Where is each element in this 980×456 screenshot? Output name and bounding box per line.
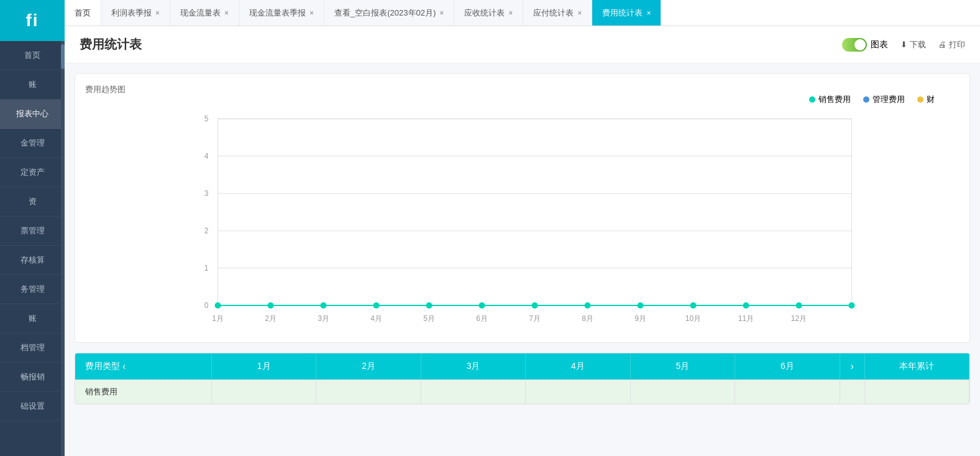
cell-ytd (865, 380, 969, 404)
tab-cashflow-q[interactable]: 现金流量表季报 × (239, 0, 324, 26)
tab-home[interactable]: 首页 (65, 0, 101, 26)
svg-text:5月: 5月 (423, 314, 435, 323)
sidebar-item-archives[interactable]: 档管理 (0, 333, 65, 363)
svg-point-15 (321, 302, 327, 309)
tab-blank-report[interactable]: 查看_空白报表(2023年02月) × (324, 0, 454, 26)
col-month-6: 6月 (735, 353, 840, 379)
svg-text:6月: 6月 (476, 314, 488, 323)
svg-point-14 (268, 302, 274, 309)
close-tab-blank[interactable]: × (439, 9, 444, 17)
svg-point-23 (743, 302, 749, 309)
tab-receivable[interactable]: 应收统计表 × (454, 0, 523, 26)
tab-bar: 首页 利润表季报 × 现金流量表 × 现金流量表季报 × 查看_空白报表(202… (65, 0, 980, 26)
table-header: 费用类型 ‹ 1月 2月 3月 4月 5月 (75, 353, 969, 379)
download-icon: ⬇ (900, 40, 907, 49)
col-month-1: 1月 (212, 353, 316, 379)
chart-toggle[interactable] (842, 38, 867, 52)
download-button[interactable]: ⬇ 下载 (900, 39, 926, 50)
sidebar-item-invoices[interactable]: 票管理 (0, 216, 65, 246)
cell-m5 (631, 380, 735, 404)
cell-m4 (526, 380, 630, 404)
sidebar-item-ledger[interactable]: 账 (0, 304, 65, 333)
sidebar-item-reports[interactable]: 报表中心 (0, 100, 65, 129)
svg-text:8月: 8月 (582, 314, 593, 323)
svg-point-25 (849, 302, 855, 309)
col-type: 费用类型 ‹ (75, 353, 212, 379)
tab-expense[interactable]: 费用统计表 × (592, 0, 661, 26)
nav-prev-arrow[interactable]: ‹ (120, 361, 128, 372)
tab-cashflow[interactable]: 现金流量表 × (170, 0, 239, 26)
sidebar-scrollbar[interactable] (61, 41, 65, 456)
sidebar-logo: fi (0, 0, 65, 41)
cell-m1 (212, 380, 316, 404)
sidebar-item-inventory[interactable]: 存核算 (0, 246, 65, 275)
sidebar-item-assets[interactable]: 定资产 (0, 158, 65, 187)
col-month-3: 3月 (421, 353, 526, 379)
sidebar-item-service[interactable]: 务管理 (0, 275, 65, 304)
print-icon: 🖨 (938, 40, 946, 49)
svg-text:2月: 2月 (265, 314, 277, 323)
svg-point-18 (479, 302, 485, 309)
sidebar-item-capital[interactable]: 资 (0, 187, 65, 216)
svg-point-21 (638, 302, 644, 309)
sidebar-item-expense[interactable]: 畅报销 (0, 363, 65, 392)
sidebar-item-home[interactable]: 首页 (0, 41, 65, 70)
sidebar-item-settings[interactable]: 础设置 (0, 392, 65, 421)
svg-text:9月: 9月 (634, 314, 646, 323)
close-tab-cashflow[interactable]: × (224, 9, 229, 17)
sidebar: fi 首页 账 报表中心 金管理 定资产 资 票管理 存核算 务管理 账 档管理… (0, 0, 65, 456)
svg-point-24 (796, 302, 802, 309)
cell-nav (840, 380, 865, 404)
svg-text:3月: 3月 (318, 314, 329, 323)
svg-text:12月: 12月 (791, 314, 807, 323)
cell-m2 (316, 380, 421, 404)
sidebar-item-account[interactable]: 账 (0, 70, 65, 100)
nav-next-arrow[interactable]: › (848, 361, 856, 372)
col-month-2: 2月 (316, 353, 421, 379)
svg-text:1月: 1月 (212, 314, 224, 323)
svg-rect-12 (218, 119, 852, 305)
col-month-4: 4月 (526, 353, 630, 379)
page-title: 费用统计表 (80, 36, 142, 53)
svg-text:3: 3 (204, 189, 209, 198)
close-tab-expense[interactable]: × (646, 9, 651, 17)
svg-point-19 (532, 302, 538, 309)
cell-type: 销售费用 (75, 380, 212, 404)
cell-m3 (421, 380, 526, 404)
svg-text:1: 1 (204, 264, 209, 272)
toggle-label: 图表 (871, 39, 888, 50)
svg-text:4: 4 (204, 152, 209, 161)
close-tab-receivable[interactable]: × (508, 9, 513, 17)
chart-svg-wrap: 0 1 2 3 4 5 (85, 100, 959, 332)
svg-point-17 (426, 302, 433, 309)
svg-text:5: 5 (204, 114, 209, 123)
cell-m6 (735, 380, 840, 404)
svg-point-16 (373, 302, 380, 309)
svg-point-22 (690, 302, 697, 309)
sidebar-item-finance[interactable]: 金管理 (0, 129, 65, 158)
close-tab-payable[interactable]: × (577, 9, 582, 17)
data-table: 费用类型 ‹ 1月 2月 3月 4月 5月 (75, 353, 970, 404)
col-month-5: 5月 (631, 353, 735, 379)
tab-payable[interactable]: 应付统计表 × (523, 0, 592, 26)
table-row-sales: 销售费用 (75, 379, 969, 404)
col-ytd: 本年累计 (865, 353, 969, 379)
main-area: 首页 利润表季报 × 现金流量表 × 现金流量表季报 × 查看_空白报表(202… (65, 0, 980, 456)
page-header: 费用统计表 图表 ⬇ 下载 🖨 打印 (65, 26, 980, 63)
svg-text:2: 2 (204, 226, 209, 235)
toggle-wrap: 图表 (842, 38, 888, 52)
chart-container: 费用趋势图 销售费用 管理费用 财 (75, 73, 970, 343)
svg-text:0: 0 (204, 301, 209, 310)
print-button[interactable]: 🖨 打印 (938, 39, 965, 50)
close-tab-profit[interactable]: × (155, 9, 160, 17)
tab-profit[interactable]: 利润表季报 × (101, 0, 170, 26)
close-tab-cashflow-q[interactable]: × (309, 9, 314, 17)
header-actions: 图表 ⬇ 下载 🖨 打印 (842, 38, 965, 52)
svg-text:10月: 10月 (685, 314, 701, 323)
svg-text:11月: 11月 (738, 314, 754, 323)
col-nav-next[interactable]: › (840, 353, 865, 379)
content-area: 费用统计表 图表 ⬇ 下载 🖨 打印 费用趋势图 (65, 26, 980, 456)
chart-svg: 0 1 2 3 4 5 (85, 100, 959, 330)
svg-text:7月: 7月 (529, 314, 541, 323)
svg-point-13 (215, 302, 221, 309)
